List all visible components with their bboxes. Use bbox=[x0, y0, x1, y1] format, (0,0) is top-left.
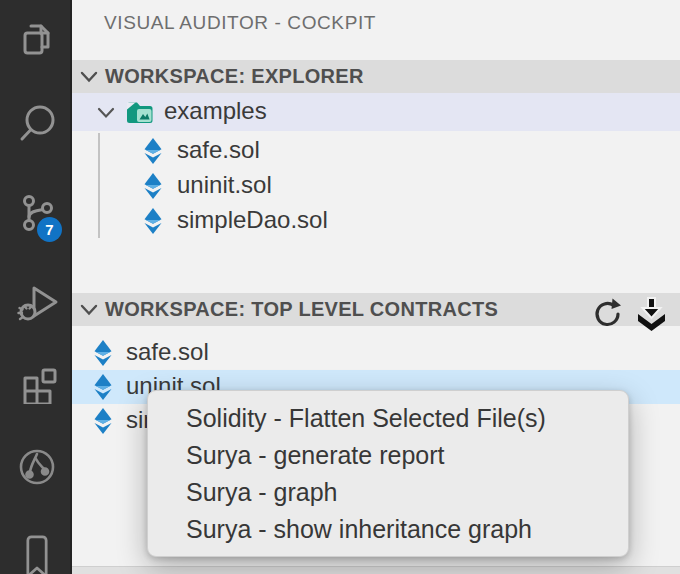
file-label: safe.sol bbox=[177, 136, 260, 164]
ethereum-file-icon bbox=[94, 340, 112, 366]
run-debug-icon[interactable] bbox=[15, 281, 59, 325]
tree-item-examples-folder[interactable]: examples bbox=[72, 93, 680, 131]
section-header-explorer[interactable]: WORKSPACE: EXPLORER bbox=[72, 60, 680, 93]
tree-item-file[interactable]: uninit.sol bbox=[72, 168, 680, 203]
vscode-window: 7 bbox=[0, 0, 680, 574]
ethereum-file-icon bbox=[144, 208, 162, 234]
chevron-down-icon bbox=[97, 106, 115, 119]
explorer-icon[interactable] bbox=[15, 17, 59, 61]
contract-item-safe[interactable]: safe.sol bbox=[72, 336, 680, 370]
menu-item-surya-inheritance-graph[interactable]: Surya - show inheritance graph bbox=[148, 511, 628, 548]
section-header-label: WORKSPACE: EXPLORER bbox=[105, 65, 364, 88]
ethereum-file-icon bbox=[144, 138, 162, 164]
file-label: uninit.sol bbox=[177, 171, 272, 199]
source-control-badge: 7 bbox=[37, 217, 62, 242]
context-menu: Solidity - Flatten Selected File(s) Sury… bbox=[147, 390, 629, 557]
tree-item-file[interactable]: safe.sol bbox=[72, 133, 680, 168]
extensions-icon[interactable] bbox=[15, 360, 59, 404]
bottom-strip bbox=[72, 566, 680, 574]
folder-label: examples bbox=[164, 97, 267, 125]
chevron-down-icon bbox=[80, 70, 98, 83]
ethereum-file-icon bbox=[94, 408, 112, 434]
sidebar-title: VISUAL AUDITOR - COCKPIT bbox=[104, 12, 376, 34]
refresh-icon[interactable] bbox=[591, 297, 624, 330]
chevron-down-icon bbox=[80, 303, 98, 316]
menu-item-surya-generate-report[interactable]: Surya - generate report bbox=[148, 437, 628, 474]
menu-item-surya-graph[interactable]: Surya - graph bbox=[148, 474, 628, 511]
tree-item-file[interactable]: simpleDao.sol bbox=[72, 203, 680, 238]
search-icon[interactable] bbox=[15, 101, 59, 145]
download-report-icon[interactable] bbox=[633, 295, 670, 332]
ethereum-file-icon bbox=[94, 374, 112, 400]
folder-icon bbox=[126, 101, 153, 124]
activity-bar: 7 bbox=[0, 0, 72, 574]
bookmarks-icon[interactable] bbox=[15, 534, 59, 574]
menu-item-solidity-flatten[interactable]: Solidity - Flatten Selected File(s) bbox=[148, 400, 628, 437]
section-header-label: WORKSPACE: TOP LEVEL CONTRACTS bbox=[105, 298, 498, 321]
solidity-visual-auditor-icon[interactable] bbox=[15, 445, 59, 489]
file-label: simpleDao.sol bbox=[177, 206, 328, 234]
section-header-top-level-contracts[interactable]: WORKSPACE: TOP LEVEL CONTRACTS bbox=[72, 293, 680, 326]
file-label: safe.sol bbox=[126, 338, 209, 366]
ethereum-file-icon bbox=[144, 173, 162, 199]
